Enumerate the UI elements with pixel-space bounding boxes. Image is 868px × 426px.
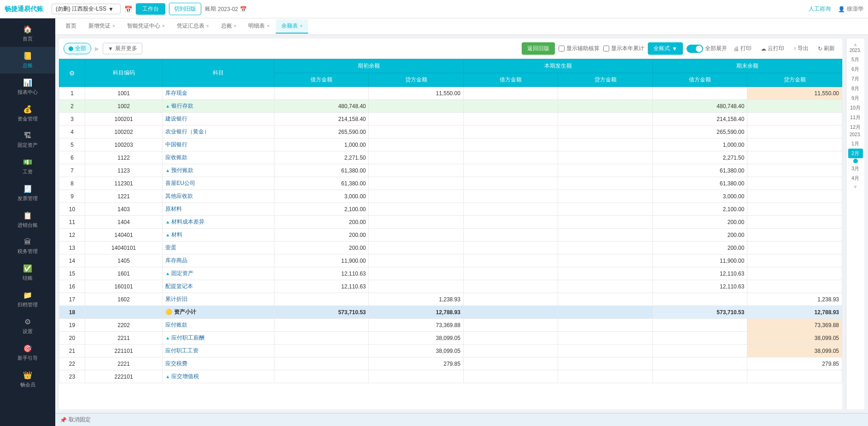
row-name-link[interactable]: 原材料 — [165, 206, 182, 212]
row-code[interactable]: 2221 — [85, 357, 163, 370]
row-name-link[interactable]: 其他应收款 — [165, 193, 193, 199]
row-code[interactable]: 100202 — [85, 126, 163, 138]
calendar-month-2[interactable]: 2月 — [848, 149, 863, 158]
return-old-version-button[interactable]: 返回旧版 — [522, 42, 555, 55]
row-code[interactable]: 100201 — [85, 113, 163, 126]
sidebar-item-reports[interactable]: 📊 报表中心 — [0, 74, 55, 100]
tab-close-detail[interactable]: × — [267, 23, 269, 29]
row-code[interactable]: 222101 — [85, 370, 163, 383]
tab-close-voucher-summary[interactable]: × — [206, 23, 209, 29]
switch-version-button[interactable]: 切到旧版 — [169, 3, 201, 15]
row-code[interactable]: 221101 — [85, 345, 163, 357]
tab-close-ledger[interactable]: × — [234, 23, 237, 29]
tab-smart-voucher[interactable]: 智能凭证中心 × — [122, 19, 170, 34]
calendar-month-12[interactable]: 12月 — [848, 122, 863, 132]
consult-link[interactable]: 人工咨询 — [809, 5, 831, 13]
calendar-month-9[interactable]: 9月 — [848, 93, 863, 103]
calendar-month-7[interactable]: 7月 — [848, 74, 863, 84]
row-name-link[interactable]: 应付职工工资 — [165, 347, 198, 354]
row-code[interactable]: 1405 — [85, 254, 163, 267]
toggle-switch[interactable] — [687, 45, 703, 53]
row-name-link[interactable]: 中国银行 — [165, 141, 187, 148]
sidebar-item-settings[interactable]: ⚙ 设置 — [0, 313, 55, 340]
export-button[interactable]: ↑ 导出 — [791, 43, 811, 54]
company-selector[interactable]: (勿删) 江西股全-LSS ▼ — [52, 4, 121, 14]
calendar-month-11[interactable]: 11月 — [848, 113, 863, 122]
sidebar-item-member[interactable]: 👑 畅会员 — [0, 366, 55, 393]
row-code[interactable]: 140401 — [85, 229, 163, 242]
row-name-link[interactable]: 应交增值税 — [171, 373, 199, 380]
calendar-icon[interactable]: 📅 — [124, 6, 132, 13]
row-code[interactable]: 1122 — [85, 151, 163, 164]
tab-ledger[interactable]: 总账 × — [216, 19, 242, 34]
calendar-month-4[interactable]: 4月 — [848, 173, 863, 183]
refresh-button[interactable]: ↻ 刷新 — [815, 43, 838, 54]
row-code[interactable]: 2211 — [85, 332, 163, 345]
row-name-link[interactable]: 应付职工薪酬 — [171, 334, 204, 341]
sidebar-item-ledger[interactable]: 📒 总账 — [0, 47, 55, 74]
row-name-link[interactable]: 喜屋EU公司 — [165, 180, 195, 186]
row-name-link[interactable]: 材料成本差异 — [171, 219, 204, 225]
row-code[interactable]: 1123 — [85, 164, 163, 177]
row-name-link[interactable]: 固定资产 — [171, 270, 193, 276]
expand-all-toggle[interactable]: 全部展开 — [687, 45, 727, 53]
check-ytd-input[interactable] — [603, 46, 609, 52]
sidebar-item-guide[interactable]: 🎯 新手引导 — [0, 340, 55, 366]
row-code[interactable]: 112301 — [85, 177, 163, 190]
check-ytd-label[interactable]: 显示本年累计 — [603, 45, 644, 52]
calendar-month-3[interactable]: 3月 — [848, 164, 863, 173]
calendar-month-8[interactable]: 8月 — [848, 84, 863, 93]
filter-all-button[interactable]: 全部 — [64, 43, 91, 54]
row-code[interactable]: 160101 — [85, 280, 163, 293]
row-name-link[interactable]: 配提篮记本 — [165, 283, 193, 289]
tab-detail[interactable]: 明细表 × — [243, 19, 275, 34]
sidebar-item-home[interactable]: 🏠 首页 — [0, 20, 55, 47]
row-code[interactable]: 1001 — [85, 87, 163, 100]
calendar-month-5[interactable]: 5月 — [848, 55, 863, 64]
sidebar-item-assets[interactable]: 🏗 固定资产 — [0, 127, 55, 153]
tab-close-balance[interactable]: × — [300, 23, 303, 29]
sidebar-item-tax[interactable]: 🏛 税务管理 — [0, 233, 55, 259]
workbench-button[interactable]: 工作台 — [136, 3, 165, 15]
row-code[interactable]: 1404 — [85, 216, 163, 229]
expand-more-button[interactable]: ▼ 展开更多 — [103, 43, 142, 54]
tab-close-smart-voucher[interactable]: × — [162, 23, 165, 29]
sidebar-item-archive[interactable]: 📁 归档管理 — [0, 286, 55, 313]
tab-close-new-voucher[interactable]: × — [112, 23, 115, 29]
sidebar-item-close[interactable]: ✅ 结账 — [0, 259, 55, 286]
calendar-month-10[interactable]: 10月 — [848, 103, 863, 113]
calendar-month-6[interactable]: 6月 — [848, 64, 863, 74]
row-code[interactable]: 100203 — [85, 138, 163, 151]
row-code[interactable]: 1002 — [85, 100, 163, 113]
row-code[interactable]: 1602 — [85, 293, 163, 306]
tab-new-voucher[interactable]: 新增凭证 × — [83, 19, 121, 34]
calendar-down-arrow[interactable]: ▼ — [852, 183, 859, 190]
row-name-link[interactable]: 农业银行（黄金） — [165, 128, 210, 135]
print-button[interactable]: 🖨 打印 — [731, 43, 754, 54]
calendar-month-1[interactable]: 1月 — [848, 139, 863, 149]
row-code[interactable]: 14040101 — [85, 242, 163, 254]
tab-balance[interactable]: 余额表 × — [276, 19, 308, 34]
row-code[interactable]: 1601 — [85, 267, 163, 280]
unpin-button[interactable]: 📌 取消固定 — [60, 416, 91, 424]
row-name-link[interactable]: 应收账款 — [165, 154, 187, 161]
row-code[interactable]: 1221 — [85, 190, 163, 203]
row-name-link[interactable]: 库存现金 — [165, 90, 187, 96]
calendar-up-arrow[interactable]: ▲ — [852, 40, 859, 48]
row-name-link[interactable]: 预付账款 — [171, 167, 193, 173]
tab-voucher-summary[interactable]: 凭证汇总表 × — [171, 19, 215, 34]
check-assist-input[interactable] — [559, 46, 565, 52]
row-name-link[interactable]: 库存商品 — [165, 257, 187, 264]
sidebar-item-funds[interactable]: 💰 资金管理 — [0, 100, 55, 127]
row-name-link[interactable]: 银行存款 — [171, 103, 193, 109]
row-name-link[interactable]: 材料 — [171, 231, 182, 238]
sidebar-item-sales[interactable]: 📋 进销台账 — [0, 207, 55, 233]
row-code[interactable]: 2202 — [85, 319, 163, 332]
tab-home[interactable]: 首页 — [60, 19, 82, 34]
sidebar-item-invoice[interactable]: 🧾 发票管理 — [0, 180, 55, 207]
row-name-link[interactable]: 壹蛋 — [165, 244, 176, 251]
format-button[interactable]: 全账式 ▼ — [648, 42, 683, 55]
row-code[interactable]: 1403 — [85, 203, 163, 216]
sidebar-item-payroll[interactable]: 💵 工资 — [0, 153, 55, 180]
row-name-link[interactable]: 应付账款 — [165, 322, 187, 328]
